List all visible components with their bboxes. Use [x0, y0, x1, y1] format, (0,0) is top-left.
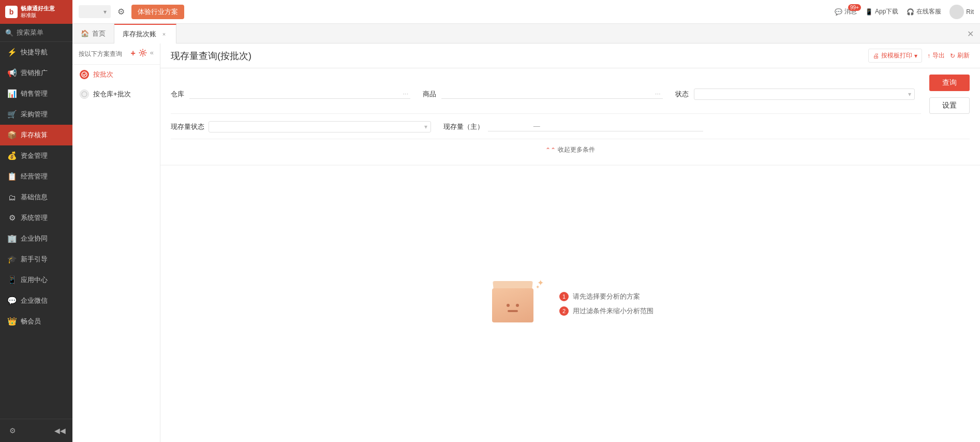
sidebar-item-guide[interactable]: 🎓 新手引导: [0, 249, 72, 270]
app-download-label: App下载: [875, 7, 898, 16]
tip1-text: 请先选择要分析的方案: [573, 292, 640, 301]
tip2-text: 用过滤条件来缩小分析范围: [573, 306, 654, 316]
status-select[interactable]: ▾: [694, 89, 915, 100]
product-more-icon[interactable]: ···: [653, 90, 663, 97]
breadcrumb[interactable]: ▾: [79, 5, 111, 18]
app-title: 畅康通好生意: [21, 5, 55, 12]
settings-btn[interactable]: 设置: [929, 97, 970, 114]
left-panel-header: 按以下方案查询 + «: [72, 43, 160, 65]
content-area: 按以下方案查询 + « 按批次: [72, 43, 980, 442]
left-panel-actions: + «: [130, 49, 154, 59]
sidebar-item-wechat[interactable]: 💬 企业微信: [0, 290, 72, 311]
basic-label: 基础信息: [21, 193, 48, 202]
tab-home[interactable]: 🏠 首页: [72, 24, 114, 43]
sidebar-item-member[interactable]: 👑 畅会员: [0, 311, 72, 332]
sidebar-item-enterprise[interactable]: 🏢 企业协同: [0, 228, 72, 249]
sidebar-item-inventory[interactable]: 📦 库存核算: [0, 125, 72, 145]
quick-nav-icon: ⚡: [7, 48, 17, 57]
topbar-settings-btn[interactable]: ⚙: [114, 5, 128, 19]
user-area[interactable]: Rit: [949, 5, 974, 19]
sidebar-item-basic[interactable]: 🗂 基础信息: [0, 187, 72, 208]
purchase-icon: 🛒: [7, 110, 17, 119]
sidebar-item-purchase[interactable]: 🛒 采购管理: [0, 104, 72, 125]
status-label: 状态: [675, 90, 690, 99]
sidebar-item-apps[interactable]: 📱 应用中心: [0, 270, 72, 290]
export-btn[interactable]: ↑ 导出: [927, 51, 945, 60]
enterprise-icon: 🏢: [7, 234, 17, 243]
topbar-left: ▾ ⚙ 体验行业方案: [79, 5, 830, 19]
settings-plan-btn[interactable]: [139, 49, 147, 59]
qty-min-input[interactable]: [488, 122, 529, 130]
user-avatar: [949, 5, 964, 19]
tab-inventory-batch-label: 库存批次账: [123, 30, 156, 39]
sidebar-footer: ⚙ ◀◀: [0, 419, 72, 442]
topbar-right: 💬 消息 99+ 📱 App下载 🎧 在线客服 Rit: [835, 5, 974, 19]
empty-tip-1: 1 请先选择要分析的方案: [559, 292, 654, 301]
apps-icon: 📱: [7, 275, 17, 285]
warehouse-input[interactable]: [189, 90, 400, 97]
sidebar-item-operation[interactable]: 📋 经营管理: [0, 166, 72, 187]
enterprise-label: 企业协同: [21, 234, 48, 243]
plan-item-batch[interactable]: 按批次: [72, 65, 160, 84]
sales-icon: 📊: [7, 89, 17, 98]
quick-nav-label: 快捷导航: [21, 48, 48, 57]
product-label: 商品: [423, 90, 437, 99]
inventory-label: 库存核算: [21, 130, 48, 140]
sidebar-item-quick-nav[interactable]: ⚡ 快捷导航: [0, 42, 72, 63]
search-menu[interactable]: 🔍 搜索菜单: [0, 24, 72, 42]
sidebar-collapse-btn[interactable]: ◀◀: [53, 423, 67, 438]
query-btn[interactable]: 查询: [929, 75, 970, 91]
inventory-status-label: 现存量状态: [171, 122, 204, 131]
sidebar-settings-btn[interactable]: ⚙: [5, 423, 20, 438]
add-plan-btn[interactable]: +: [130, 49, 135, 59]
messages-btn[interactable]: 💬 消息 99+: [835, 7, 857, 16]
plan-icon-active: [80, 70, 89, 79]
print-icon: 🖨: [873, 52, 879, 60]
sidebar-item-sales[interactable]: 📊 销售管理: [0, 83, 72, 104]
collapse-conditions-btn[interactable]: ⌃⌃ 收起更多条件: [545, 142, 595, 157]
collapse-up-icon: ⌃⌃: [545, 146, 556, 154]
svg-point-0: [141, 52, 144, 54]
member-icon: 👑: [7, 317, 17, 326]
industry-btn[interactable]: 体验行业方案: [131, 5, 184, 19]
operation-label: 经营管理: [21, 172, 48, 181]
home-icon: 🏠: [81, 30, 89, 37]
search-menu-label: 搜索菜单: [17, 28, 43, 37]
tab-inventory-batch[interactable]: 库存批次账 ×: [114, 24, 176, 43]
status-dropdown-icon: ▾: [908, 91, 911, 98]
topbar: ▾ ⚙ 体验行业方案 💬 消息 99+ 📱 App下载 🎧 在线客服: [72, 0, 980, 24]
finance-label: 资金管理: [21, 151, 48, 160]
app-download-btn[interactable]: 📱 App下载: [865, 7, 898, 16]
app-download-icon: 📱: [865, 8, 873, 16]
plan-icon-inactive: [80, 90, 89, 99]
empty-tips: 1 请先选择要分析的方案 2 用过滤条件来缩小分析范围: [559, 292, 654, 316]
wechat-label: 企业微信: [21, 296, 48, 305]
sidebar-item-finance[interactable]: 💰 资金管理: [0, 145, 72, 166]
plan-batch-label: 按批次: [93, 70, 113, 79]
app-logo: b: [5, 6, 18, 18]
messages-badge: 99+: [848, 4, 861, 11]
warehouse-more-icon[interactable]: ···: [400, 90, 410, 97]
collapse-panel-btn[interactable]: «: [150, 49, 154, 59]
system-icon: ⚙: [7, 213, 17, 223]
guide-icon: 🎓: [7, 255, 17, 264]
online-service-label: 在线客服: [916, 7, 941, 16]
page-header-actions: 🖨 按模板打印 ▾ ↑ 导出 ↻ 刷新: [868, 49, 970, 63]
plan-item-warehouse-batch[interactable]: 按仓库+批次: [72, 84, 160, 104]
sidebar-item-marketing[interactable]: 📢 营销推广: [0, 63, 72, 83]
right-content: 现存量查询(按批次) 🖨 按模板打印 ▾ ↑ 导出 ↻ 刷新: [160, 43, 980, 442]
inventory-status-select[interactable]: ▾: [209, 121, 431, 132]
sidebar-item-system[interactable]: ⚙ 系统管理: [0, 208, 72, 228]
online-service-btn[interactable]: 🎧 在线客服: [907, 7, 941, 16]
refresh-btn[interactable]: ↻ 刷新: [950, 51, 970, 60]
product-input[interactable]: [441, 90, 652, 97]
qty-max-input[interactable]: [544, 122, 586, 130]
app-title-area: 畅康通好生意 标准版: [21, 5, 55, 19]
basic-icon: 🗂: [7, 193, 17, 202]
template-print-btn[interactable]: 🖨 按模板打印 ▾: [868, 49, 922, 63]
tab-close-btn[interactable]: ×: [160, 31, 168, 38]
sales-label: 销售管理: [21, 89, 48, 98]
tab-bar-close-btn[interactable]: ✕: [967, 28, 974, 38]
inventory-status-dropdown: ▾: [424, 123, 427, 130]
finance-icon: 💰: [7, 151, 17, 160]
